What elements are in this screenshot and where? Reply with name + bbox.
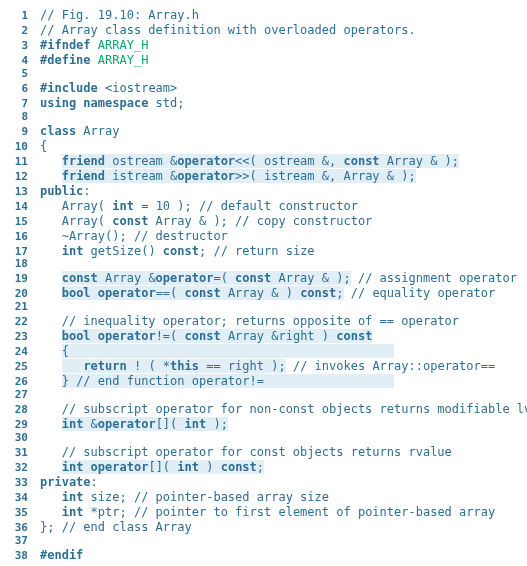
code-content: class Array — [40, 124, 119, 138]
line-number: 16 — [6, 231, 28, 244]
code-content: // Array class definition with overloade… — [40, 23, 416, 37]
code-line: 34 int size; // pointer-based array size — [6, 490, 517, 505]
code-token: int — [112, 199, 134, 213]
code-content: Array( const Array & ); // copy construc… — [40, 214, 372, 228]
code-line: 24 { — [6, 344, 517, 359]
code-token: operator — [98, 417, 156, 431]
code-line: 15 Array( const Array & ); // copy const… — [6, 214, 517, 229]
code-content: } // end function operator!= — [40, 374, 394, 388]
code-content: friend ostream &operator<<( ostream &, c… — [40, 154, 459, 168]
code-token: Array & ); // copy constructor — [148, 214, 372, 228]
code-token: int — [62, 417, 84, 431]
code-content: #include <iostream> — [40, 81, 177, 95]
line-number: 2 — [6, 25, 28, 38]
code-line: 6#include <iostream> — [6, 81, 517, 96]
line-number: 27 — [6, 389, 28, 402]
code-token — [40, 374, 62, 388]
code-content: #ifndef ARRAY_H — [40, 38, 148, 52]
code-line: 33private: — [6, 475, 517, 490]
code-token: #endif — [40, 548, 83, 562]
code-line: 29 int &operator[]( int ); — [6, 417, 517, 432]
code-token: & — [83, 417, 97, 431]
code-line: 32 int operator[]( int ) const; — [6, 460, 517, 475]
code-line: 16 ~Array(); // destructor — [6, 229, 517, 244]
code-line: 22 // inequality operator; returns oppos… — [6, 314, 517, 329]
code-token: // subscript operator for non-const obje… — [40, 402, 527, 416]
code-line: 25 return ! ( *this == right ); // invok… — [6, 359, 517, 374]
code-token: : — [91, 475, 98, 489]
code-content: private: — [40, 475, 98, 489]
code-token: ); // default constructor — [170, 199, 358, 213]
line-number: 6 — [6, 83, 28, 96]
code-token: = — [134, 199, 156, 213]
code-content: // inequality operator; returns opposite… — [40, 314, 459, 328]
code-line: 18 — [6, 258, 517, 271]
code-token: Array — [83, 124, 119, 138]
code-line: 7using namespace std; — [6, 96, 517, 111]
code-token: ~Array(); // destructor — [40, 229, 228, 243]
line-number: 14 — [6, 201, 28, 214]
code-token: const — [185, 329, 221, 343]
code-content: int size; // pointer-based array size — [40, 490, 329, 504]
code-content: }; // end class Array — [40, 520, 192, 534]
code-token: *ptr; // pointer to first element of poi… — [83, 505, 495, 519]
code-token: istream & — [105, 169, 177, 183]
code-token: Array( — [40, 199, 112, 213]
line-number: 37 — [6, 535, 28, 548]
code-token: int — [62, 460, 84, 474]
code-token: == right ); — [199, 359, 286, 373]
code-token: operator — [177, 154, 235, 168]
code-token — [91, 286, 98, 300]
code-token: operator — [98, 286, 156, 300]
code-token: friend — [62, 169, 105, 183]
code-line: 35 int *ptr; // pointer to first element… — [6, 505, 517, 520]
line-number: 7 — [6, 98, 28, 111]
code-token: ) — [199, 460, 221, 474]
code-token: Array & — [98, 271, 156, 285]
code-line: 28 // subscript operator for non-const o… — [6, 402, 517, 417]
code-content: // Fig. 19.10: Array.h — [40, 8, 199, 22]
code-token: bool — [62, 286, 91, 300]
line-number: 9 — [6, 126, 28, 139]
code-line: 20 bool operator==( const Array & ) cons… — [6, 286, 517, 301]
code-token: 10 — [156, 199, 170, 213]
code-token: const — [235, 271, 271, 285]
code-token: getSize() — [83, 244, 162, 258]
line-number: 15 — [6, 216, 28, 229]
code-token: } // end function operator!= — [62, 374, 394, 388]
code-token: const — [62, 271, 98, 285]
code-token — [40, 154, 62, 168]
code-token: #ifndef — [40, 38, 98, 52]
code-token — [40, 505, 62, 519]
line-number: 23 — [6, 331, 28, 344]
code-token: // Array class definition with overloade… — [40, 23, 416, 37]
line-number: 35 — [6, 507, 28, 520]
code-token: int — [62, 505, 84, 519]
code-token — [40, 271, 62, 285]
code-token: []( — [148, 460, 177, 474]
code-token: private — [40, 475, 91, 489]
code-token: // invokes Array::operator== — [286, 359, 496, 373]
code-content: return ! ( *this == right ); // invokes … — [40, 359, 495, 373]
line-number: 11 — [6, 156, 28, 169]
line-number: 19 — [6, 273, 28, 286]
line-number: 13 — [6, 186, 28, 199]
code-content: { — [40, 344, 394, 358]
code-listing: 1// Fig. 19.10: Array.h2// Array class d… — [0, 8, 527, 566]
code-token: : — [83, 184, 90, 198]
code-content: friend istream &operator>>( istream &, A… — [40, 169, 416, 183]
code-content: ~Array(); // destructor — [40, 229, 228, 243]
code-line: 11 friend ostream &operator<<( ostream &… — [6, 154, 517, 169]
code-token: operator — [177, 169, 235, 183]
line-number: 8 — [6, 111, 28, 124]
code-line: 36}; // end class Array — [6, 520, 517, 535]
code-content: int operator[]( int ) const; — [40, 460, 264, 474]
line-number: 24 — [6, 346, 28, 359]
code-line: 12 friend istream &operator>>( istream &… — [6, 169, 517, 184]
line-number: 10 — [6, 141, 28, 154]
code-line: 14 Array( int = 10 ); // default constru… — [6, 199, 517, 214]
code-token: friend — [62, 154, 105, 168]
line-number: 5 — [6, 68, 28, 81]
line-number: 4 — [6, 55, 28, 68]
code-token: Array & ); — [271, 271, 350, 285]
